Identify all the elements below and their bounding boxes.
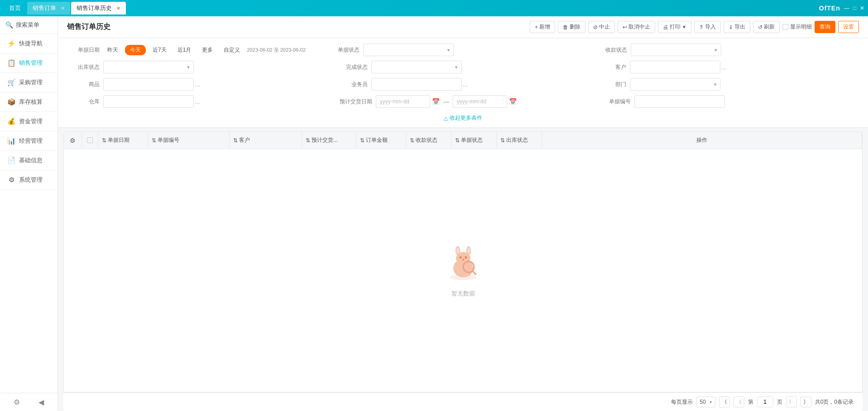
show-detail-toggle[interactable]: 显示明细 bbox=[782, 23, 812, 31]
th-out-status[interactable]: ⇅ 出库状态 bbox=[497, 132, 542, 149]
warehouse-wrapper: ... bbox=[103, 95, 328, 108]
prev-page-btn[interactable]: 〈 bbox=[734, 396, 744, 407]
svg-point-8 bbox=[465, 256, 467, 259]
th-settings[interactable]: ⚙ bbox=[64, 132, 82, 149]
new-button[interactable]: + 新增 bbox=[530, 21, 555, 33]
tab-home-label: 首页 bbox=[9, 4, 21, 12]
date-last1m[interactable]: 近1月 bbox=[173, 45, 196, 55]
select-all-checkbox[interactable] bbox=[87, 137, 93, 143]
delivery-date-start[interactable]: yyyy-mm-dd bbox=[376, 95, 430, 108]
settings-button[interactable]: 设置 bbox=[838, 21, 859, 33]
cancel-stop-button[interactable]: ↩ 取消中止 bbox=[618, 21, 655, 33]
date-label: 单据日期 bbox=[67, 46, 103, 54]
sidebar-item-purchase-mgmt[interactable]: 🛒 采购管理 bbox=[0, 73, 58, 92]
sidebar-item-operation-mgmt[interactable]: 📊 经营管理 bbox=[0, 131, 58, 151]
sidebar-item-sales-mgmt[interactable]: 📋 销售管理 bbox=[0, 53, 58, 73]
sidebar-item-finance-mgmt[interactable]: 💰 资金管理 bbox=[0, 112, 58, 131]
th-order-no[interactable]: ⇅ 单据编号 bbox=[148, 132, 230, 149]
date-filter-control: 昨天 今天 近7天 近1月 更多 自定义 2023-06-02 至 2023-0… bbox=[103, 45, 331, 55]
th-order-status-label: 单据状态 bbox=[461, 136, 483, 144]
department-select[interactable]: ▼ bbox=[630, 78, 720, 91]
tab-sales-order-history-close[interactable]: ✕ bbox=[116, 5, 120, 11]
date-yesterday[interactable]: 昨天 bbox=[103, 45, 122, 55]
th-amount[interactable]: ⇅ 订单金额 bbox=[356, 132, 406, 149]
date-last7[interactable]: 近7天 bbox=[149, 45, 171, 55]
delete-button[interactable]: 🗑 删除 bbox=[558, 21, 585, 33]
customer-ellipsis[interactable]: ... bbox=[721, 63, 727, 71]
import-button[interactable]: ⇑ 导入 bbox=[694, 21, 721, 33]
tab-home[interactable]: 首页 bbox=[4, 2, 26, 15]
pagination-bar: 每页显示 50 ▼ 《 〈 第 页 〉 》 共0页，0条记录 bbox=[63, 392, 863, 411]
goods-ellipsis[interactable]: ... bbox=[195, 81, 200, 88]
sales-mgmt-icon: 📋 bbox=[7, 59, 15, 67]
complete-status-arrow: ▼ bbox=[454, 65, 459, 70]
th-customer[interactable]: ⇅ 客户 bbox=[230, 132, 302, 149]
complete-status-select[interactable]: ▼ bbox=[371, 61, 462, 73]
print-button[interactable]: 🖨 打印 ▼ bbox=[658, 21, 691, 33]
tab-sales-order[interactable]: 销售订单 ✕ bbox=[27, 2, 70, 15]
warehouse-ellipsis[interactable]: ... bbox=[195, 98, 200, 105]
th-checkbox[interactable] bbox=[82, 132, 98, 149]
next-page-btn[interactable]: 〉 bbox=[786, 396, 797, 407]
window-close[interactable]: ✕ bbox=[860, 5, 864, 11]
sales-person-input[interactable] bbox=[371, 78, 462, 91]
sales-person-ellipsis[interactable]: ... bbox=[463, 81, 468, 88]
delivery-date-end[interactable]: yyyy-mm-dd bbox=[453, 95, 507, 108]
delivery-date-start-cal-icon[interactable]: 📅 bbox=[432, 98, 440, 105]
th-customer-label: 客户 bbox=[239, 136, 250, 144]
order-no-input[interactable] bbox=[634, 95, 725, 108]
collapse-more-btn[interactable]: △ 收起更多条件 bbox=[67, 112, 859, 122]
sort-icon-amount: ⇅ bbox=[360, 137, 364, 144]
warehouse-input[interactable] bbox=[103, 95, 194, 108]
collapse-label: 收起更多条件 bbox=[450, 114, 482, 122]
sidebar-bottom-collapse-icon[interactable]: ◀ bbox=[38, 398, 44, 406]
new-label: 新增 bbox=[539, 23, 550, 31]
tab-sales-order-history[interactable]: 销售订单历史 ✕ bbox=[71, 2, 126, 15]
export-button[interactable]: ⇓ 导出 bbox=[724, 21, 750, 33]
show-detail-checkbox[interactable] bbox=[782, 24, 788, 30]
order-no-wrapper bbox=[634, 95, 859, 108]
print-arrow-icon: ▼ bbox=[682, 24, 686, 29]
out-status-select[interactable]: ▼ bbox=[103, 61, 194, 73]
sales-person-wrapper: ... bbox=[371, 78, 600, 91]
order-status-select[interactable]: ▼ bbox=[363, 44, 454, 56]
th-delivery[interactable]: ⇅ 预计交货... bbox=[302, 132, 356, 149]
sidebar-item-system-mgmt[interactable]: ⚙ 系统管理 bbox=[0, 170, 58, 190]
th-pay-status-label: 收款状态 bbox=[416, 136, 437, 144]
department-arrow: ▼ bbox=[713, 82, 717, 87]
date-custom[interactable]: 自定义 bbox=[220, 45, 244, 55]
sidebar-item-basic-info[interactable]: 📄 基础信息 bbox=[0, 151, 58, 170]
sidebar-bottom-settings-icon[interactable]: ⚙ bbox=[14, 398, 20, 406]
sort-icon-pay-status: ⇅ bbox=[410, 137, 414, 144]
stop-label: 中止 bbox=[599, 23, 610, 31]
receipt-status-select[interactable]: ▼ bbox=[631, 44, 721, 56]
settings-gear-icon[interactable]: ⚙ bbox=[70, 137, 76, 144]
stop-button[interactable]: ⊘ 中止 bbox=[588, 21, 615, 33]
delivery-date-end-cal-icon[interactable]: 📅 bbox=[509, 98, 517, 105]
th-order-status[interactable]: ⇅ 单据状态 bbox=[451, 132, 497, 149]
search-icon: 🔍 bbox=[5, 21, 13, 29]
th-date[interactable]: ⇅ 单据日期 bbox=[98, 132, 148, 149]
date-more[interactable]: 更多 bbox=[198, 45, 217, 55]
tab-sales-order-close[interactable]: ✕ bbox=[61, 5, 65, 11]
filter-row-4: 仓库 ... 预计交货日期 yyyy-mm-dd 📅 — yyyy-mm-dd bbox=[67, 95, 859, 108]
th-pay-status[interactable]: ⇅ 收款状态 bbox=[406, 132, 451, 149]
window-minimize[interactable]: — bbox=[844, 5, 849, 11]
page-number-input[interactable] bbox=[757, 396, 773, 407]
import-label: 导入 bbox=[705, 23, 716, 31]
date-range-text: 2023-06-02 至 2023-06-02 bbox=[247, 47, 306, 53]
sidebar-item-inventory-calc[interactable]: 📦 库存核算 bbox=[0, 92, 58, 112]
sidebar-search[interactable]: 🔍 搜索菜单 bbox=[0, 16, 58, 34]
date-today[interactable]: 今天 bbox=[125, 45, 146, 55]
page-size-select[interactable]: 50 ▼ bbox=[696, 396, 715, 407]
customer-input[interactable] bbox=[630, 61, 720, 73]
sidebar-item-quick-nav[interactable]: ⚡ 快捷导航 bbox=[0, 34, 58, 53]
sales-person-label: 业务员 bbox=[340, 81, 371, 88]
window-maximize[interactable]: □ bbox=[853, 5, 856, 11]
last-page-btn[interactable]: 》 bbox=[801, 396, 811, 407]
query-button[interactable]: 查询 bbox=[815, 21, 835, 33]
refresh-button[interactable]: ↺ 刷新 bbox=[753, 21, 780, 33]
new-icon: + bbox=[535, 24, 538, 30]
first-page-btn[interactable]: 《 bbox=[719, 396, 730, 407]
goods-input[interactable] bbox=[103, 78, 194, 91]
